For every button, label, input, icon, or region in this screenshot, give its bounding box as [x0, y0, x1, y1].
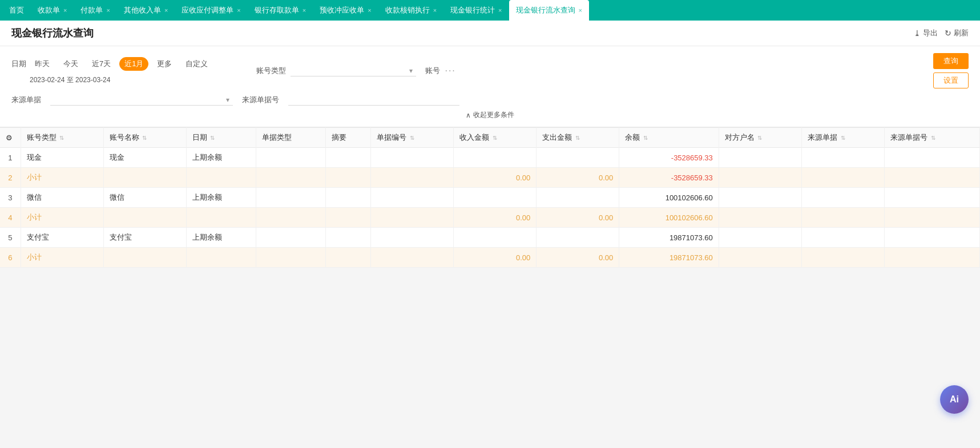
- table-row: 5 支付宝 支付宝 上期余额 19871073.60: [0, 228, 980, 248]
- date-cell: [186, 208, 256, 228]
- source-doc-no-input[interactable]: [288, 94, 459, 106]
- close-bank-deposits-icon[interactable]: ×: [303, 0, 306, 21]
- col-summary[interactable]: 摘要: [326, 128, 371, 148]
- counterparty-cell: [719, 188, 801, 208]
- tab-other-income[interactable]: 其他收入单 ×: [117, 0, 175, 21]
- tab-collection[interactable]: 收款核销执行 ×: [378, 0, 443, 21]
- tab-prepay[interactable]: 预收冲应收单 ×: [313, 0, 378, 21]
- sort-balance-icon: ⇅: [643, 135, 648, 141]
- col-date[interactable]: 日期 ⇅: [186, 128, 256, 148]
- refresh-button[interactable]: ↻ 刷新: [945, 28, 969, 38]
- tab-bank-deposits[interactable]: 银行存取款单 ×: [248, 0, 313, 21]
- doc-type-cell: [256, 188, 326, 208]
- close-bank-flow-icon[interactable]: ×: [579, 0, 582, 21]
- table-row: 2 小计 0.00 0.00 -3528659.33: [0, 168, 980, 188]
- date-btn-custom[interactable]: 自定义: [180, 57, 213, 71]
- col-expense[interactable]: 支出金额 ⇅: [537, 128, 619, 148]
- source-doc-no-cell: [885, 168, 980, 188]
- source-doc-cell: [801, 208, 884, 228]
- date-btn-more[interactable]: 更多: [152, 57, 177, 71]
- nav-home[interactable]: 首页: [2, 0, 31, 21]
- close-other-income-icon[interactable]: ×: [164, 0, 168, 21]
- col-source-doc[interactable]: 来源单据 ⇅: [801, 128, 884, 148]
- close-payments-icon[interactable]: ×: [106, 0, 110, 21]
- top-nav: 首页 收款单 × 付款单 × 其他收入单 × 应收应付调整单 × 银行存取款单 …: [0, 0, 980, 21]
- table-row: 6 小计 0.00 0.00 19871073.60: [0, 248, 980, 268]
- col-doc-type[interactable]: 单据类型: [256, 128, 326, 148]
- date-btn-1month[interactable]: 近1月: [119, 57, 148, 71]
- page-header: 现金银行流水查询 ⤓ 导出 ↻ 刷新: [0, 21, 980, 46]
- source-doc-cell: [801, 168, 884, 188]
- col-income[interactable]: 收入金额 ⇅: [454, 128, 537, 148]
- account-dots-icon[interactable]: ···: [445, 66, 455, 76]
- income-cell: 0.00: [454, 208, 537, 228]
- table-row: 1 现金 现金 上期余额 -3528659.33: [0, 148, 980, 168]
- counterparty-cell: [719, 248, 801, 268]
- col-account-name[interactable]: 账号名称 ⇅: [103, 128, 186, 148]
- source-doc-label: 来源单据: [11, 95, 41, 105]
- balance-cell: 19871073.60: [619, 228, 719, 248]
- row-num-cell: 4: [0, 208, 21, 228]
- date-cell: 上期余额: [186, 228, 256, 248]
- source-doc-no-cell: [885, 228, 980, 248]
- query-button[interactable]: 查询: [933, 53, 969, 69]
- account-type-cell: 小计: [21, 248, 103, 268]
- collapse-bar[interactable]: ∧ 收起更多条件: [11, 108, 969, 122]
- collapse-up-icon: ∧: [466, 111, 471, 119]
- account-type-cell: 支付宝: [21, 228, 103, 248]
- source-doc-cell: [801, 228, 884, 248]
- doc-no-cell: [371, 168, 454, 188]
- export-button[interactable]: ⤓ 导出: [914, 28, 938, 38]
- doc-no-cell: [371, 188, 454, 208]
- tab-adjustment[interactable]: 应收应付调整单 ×: [175, 0, 247, 21]
- expense-cell: [537, 148, 619, 168]
- source-doc-no-label: 来源单据号: [242, 95, 279, 105]
- balance-cell: -3528659.33: [619, 168, 719, 188]
- close-receipts-icon[interactable]: ×: [63, 0, 67, 21]
- filter-row-1: 日期 昨天 今天 近7天 近1月 更多 自定义 2023-02-24 至 202…: [11, 53, 969, 88]
- table-settings-gear-icon[interactable]: ⚙: [6, 134, 13, 142]
- sort-source-doc-no-icon: ⇅: [931, 135, 935, 141]
- close-collection-icon[interactable]: ×: [433, 0, 437, 21]
- close-bank-stats-icon[interactable]: ×: [498, 0, 502, 21]
- table-header-row: ⚙ 账号类型 ⇅ 账号名称 ⇅ 日期 ⇅ 单据类型 摘要: [0, 128, 980, 148]
- col-source-doc-no[interactable]: 来源单据号 ⇅: [885, 128, 980, 148]
- income-cell: [454, 228, 537, 248]
- settings-button[interactable]: 设置: [933, 72, 969, 88]
- account-name-cell: [103, 208, 186, 228]
- date-btn-yesterday[interactable]: 昨天: [30, 57, 55, 71]
- doc-type-cell: [256, 168, 326, 188]
- close-adjustment-icon[interactable]: ×: [237, 0, 240, 21]
- source-doc-cell: [801, 248, 884, 268]
- balance-cell: 100102606.60: [619, 188, 719, 208]
- income-cell: 0.00: [454, 168, 537, 188]
- source-doc-no-cell: [885, 148, 980, 168]
- expense-cell: 0.00: [537, 168, 619, 188]
- source-doc-cell: [801, 188, 884, 208]
- tab-receipts[interactable]: 收款单 ×: [31, 0, 74, 21]
- account-type-cell: 微信: [21, 188, 103, 208]
- account-type-select[interactable]: ▾: [291, 66, 416, 76]
- col-account-type[interactable]: 账号类型 ⇅: [21, 128, 103, 148]
- source-doc-select[interactable]: ▾: [50, 95, 233, 106]
- col-doc-no[interactable]: 单据编号 ⇅: [371, 128, 454, 148]
- row-num-cell: 3: [0, 188, 21, 208]
- date-btn-today[interactable]: 今天: [58, 57, 83, 71]
- close-prepay-icon[interactable]: ×: [368, 0, 371, 21]
- table-body: 1 现金 现金 上期余额 -3528659.33 2 小计 0.00 0.00 …: [0, 148, 980, 268]
- summary-cell: [326, 168, 371, 188]
- counterparty-cell: [719, 208, 801, 228]
- tab-payments[interactable]: 付款单 ×: [74, 0, 116, 21]
- row-num-cell: 1: [0, 148, 21, 168]
- date-label: 日期: [11, 59, 26, 69]
- filter-area: 日期 昨天 今天 近7天 近1月 更多 自定义 2023-02-24 至 202…: [0, 46, 980, 127]
- col-counterparty[interactable]: 对方户名 ⇅: [719, 128, 801, 148]
- tab-bank-flow[interactable]: 现金银行流水查询 ×: [509, 0, 589, 21]
- counterparty-cell: [719, 148, 801, 168]
- tab-bank-stats[interactable]: 现金银行统计 ×: [443, 0, 509, 21]
- col-balance[interactable]: 余额 ⇅: [619, 128, 719, 148]
- summary-cell: [326, 228, 371, 248]
- date-btn-7days[interactable]: 近7天: [87, 57, 116, 71]
- account-name-cell: [103, 248, 186, 268]
- settings-col-header[interactable]: ⚙: [0, 128, 21, 148]
